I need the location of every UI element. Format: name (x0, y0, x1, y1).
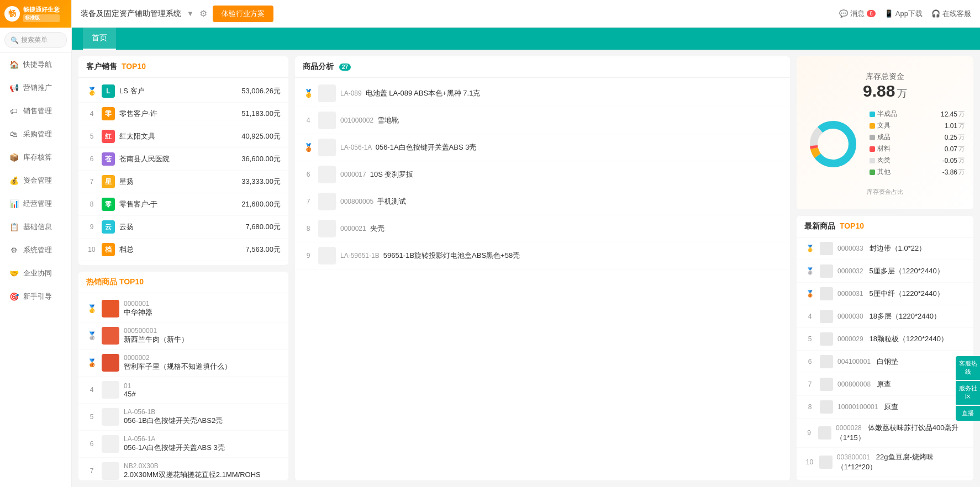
try-plan-button[interactable]: 体验行业方案 (213, 6, 273, 22)
mid-column: 商品分析 27 🥇 LA-089 电池盖 LA-089 ABS本色+黑种 7.1… (295, 56, 790, 480)
nav-home[interactable]: 首页 (83, 28, 116, 50)
new-rank-5: 5 (804, 335, 815, 343)
product-item: 6 LA-056-1A 056-1A白色按键开关盖ABS 3壳 (78, 431, 288, 458)
customer-rank-item: 10 档 档总 7,563.00元 (78, 239, 288, 261)
mid-thumb-7 (318, 247, 336, 264)
new-product-info-5: 0000029 18颗粒板（1220*2440） (837, 334, 948, 344)
new-product-info-6: 004100001 白钢垫 (837, 357, 898, 367)
settings-icon[interactable]: ⚙ (199, 8, 207, 19)
new-rank-7: 7 (804, 380, 815, 388)
product-rank-4: 4 (86, 386, 97, 394)
mid-product-item: 6 0000017 10S 变刹罗扳 (295, 161, 790, 188)
message-button[interactable]: 💬 消息 6 (839, 9, 876, 19)
avatar-8: 档 (102, 243, 115, 256)
float-service-hotline[interactable]: 客服热线 (956, 356, 980, 380)
app-download-button[interactable]: 📱 App下载 (884, 9, 923, 19)
product-info-4: 01 45# (124, 382, 136, 398)
sidebar: 畅 畅捷通好生意 标准版 🔍 搜索菜单 🏠 快捷导航 📢 营销推广 🏷 销售管理… (0, 0, 72, 487)
customer-rank-item: 7 星 星扬 33,333.00元 (78, 171, 288, 193)
sidebar-item-system[interactable]: ⚙ 系统管理 (0, 239, 71, 262)
new-product-info-1: 0000033 封边带（1.0*22） (837, 244, 926, 253)
customer-rank-item: 9 云 云扬 7,680.00元 (78, 216, 288, 239)
new-thumb-10 (819, 456, 833, 469)
home-icon: 🏠 (9, 60, 19, 69)
product-medal-2: 🥈 (86, 331, 97, 340)
product-code-5: LA-056-1B (124, 408, 223, 416)
product-name-7: 2.0X30MM双搓花轴搓花直径2.1MM/ROHS (124, 470, 261, 480)
mid-product-info-6: 0000021 夹壳 (340, 224, 384, 234)
product-item: 4 01 45# (78, 377, 288, 404)
new-thumb-1 (820, 242, 833, 255)
avatar-4: 苍 (102, 152, 115, 166)
sidebar-item-marketing[interactable]: 📢 营销推广 (0, 76, 71, 99)
online-service-button[interactable]: 🎧 在线客服 (931, 9, 971, 19)
customer-amount-2: 51,183.00元 (241, 109, 281, 119)
customer-rank-list: 🥇 L LS 客户 53,006.26元 4 零 零售客户-许 51,183.0… (78, 78, 288, 265)
legend-item-5: 肉类 -0.05 万 (870, 156, 965, 165)
product-info-3: 0000002 智利车子里（规格不知道填什么） (124, 354, 231, 372)
sidebar-menu: 🏠 快捷导航 📢 营销推广 🏷 销售管理 🛍 采购管理 📦 库存核算 💰 资金管… (0, 53, 71, 487)
mid-rank-2: 4 (303, 117, 314, 124)
sidebar-item-sales[interactable]: 🏷 销售管理 (0, 99, 71, 123)
sidebar-item-home[interactable]: 🏠 快捷导航 (0, 53, 71, 76)
mid-name-3: 056-1A白色按键开关盖ABS 3壳 (376, 143, 477, 151)
sidebar-item-management[interactable]: 📊 经营管理 (0, 192, 71, 215)
mid-name-5: 手机测试 (377, 197, 406, 205)
mid-product-item: 8 0000021 夹壳 (295, 215, 790, 242)
mid-code-1: LA-089 (340, 89, 363, 97)
system-title: 装备及固定资产辅助管理系统 (81, 9, 181, 19)
new-product-item: 4 0000030 18多层（1220*2440） (797, 305, 973, 328)
legend-dot-5 (870, 158, 875, 163)
float-service-community[interactable]: 服务社区 (956, 381, 980, 405)
product-info-2: 000500001 新西兰牛肉（新牛） (124, 327, 188, 345)
new-products-header: 最新商品 TOP10 (797, 216, 973, 237)
new-product-item: 9 0000028 体嫩荔枝味苏打饮品400毫升（1*15） (797, 419, 973, 448)
inventory-unit: 万 (897, 88, 907, 99)
inventory-value: 9.88 (863, 82, 895, 100)
mid-medal-3: 🥉 (303, 143, 314, 152)
product-item: 🥈 000500001 新西兰牛肉（新牛） (78, 322, 288, 350)
sidebar-item-basic-info[interactable]: 📋 基础信息 (0, 215, 71, 239)
mid-code-7: LA-59651-1B (340, 252, 381, 260)
customer-amount-4: 36,600.00元 (241, 154, 281, 164)
product-medal-3: 🥉 (86, 358, 97, 367)
product-code-2: 000500001 (124, 327, 188, 335)
product-item: 7 NB2.0X30B 2.0X30MM双搓花轴搓花直径2.1MM/ROHS (78, 458, 288, 480)
sidebar-item-purchase[interactable]: 🛍 采购管理 (0, 123, 71, 146)
new-product-item: 8 10000100001 原查 (797, 396, 973, 419)
new-product-item: 5 0000029 18颗粒板（1220*2440） (797, 328, 973, 351)
search-menu-button[interactable]: 🔍 搜索菜单 (4, 32, 67, 48)
customer-amount-7: 7,680.00元 (245, 222, 281, 232)
new-product-item: 🥈 0000032 5厘多层（1220*2440） (797, 260, 973, 283)
float-service-live[interactable]: 直播 (956, 406, 980, 421)
mid-name-7: 59651-1B旋转投影灯电池盒ABS黑色+58壳 (383, 251, 520, 260)
new-rank-6: 6 (804, 358, 815, 366)
new-thumb-8 (820, 400, 833, 414)
legend-item-2: 文具 1.01 万 (870, 121, 965, 130)
mid-product-item: 🥇 LA-089 电池盖 LA-089 ABS本色+黑种 7.1克 (295, 80, 790, 107)
new-medal-3: 🥉 (804, 290, 815, 298)
new-products-title: 最新商品 TOP10 (804, 221, 864, 231)
sidebar-item-guide[interactable]: 🎯 新手引导 (0, 285, 71, 308)
phone-icon: 📱 (884, 9, 893, 18)
customer-name-6: 零售客户-于 (119, 199, 241, 209)
new-medal-2: 🥈 (804, 267, 815, 275)
mid-name-2: 雪地靴 (377, 116, 399, 124)
sidebar-item-cooperation[interactable]: 🤝 企业协同 (0, 262, 71, 285)
mid-product-info-1: LA-089 电池盖 LA-089 ABS本色+黑种 7.1克 (340, 88, 480, 98)
customer-amount-6: 21,680.00元 (241, 199, 281, 209)
sales-icon: 🏷 (9, 107, 19, 115)
avatar-7: 云 (102, 220, 115, 234)
new-product-info-9: 0000028 体嫩荔枝味苏打饮品400毫升（1*15） (836, 423, 966, 443)
marketing-icon: 📢 (9, 83, 19, 92)
new-thumb-4 (820, 310, 833, 323)
hot-products-list: 🥇 0000001 中华神器 🥈 000500001 (78, 293, 288, 480)
sidebar-item-inventory[interactable]: 📦 库存核算 (0, 146, 71, 169)
dropdown-arrow[interactable]: ▼ (187, 9, 194, 18)
sidebar-item-finance[interactable]: 💰 资金管理 (0, 169, 71, 192)
product-name-2: 新西兰牛肉（新牛） (124, 335, 188, 345)
topbar: 装备及固定资产辅助管理系统 ▼ ⚙ 体验行业方案 💬 消息 6 📱 App下载 … (72, 0, 980, 28)
new-thumb-9 (818, 426, 831, 440)
inventory-title: 库存总资金 (866, 72, 904, 81)
product-thumb-2 (102, 327, 119, 345)
